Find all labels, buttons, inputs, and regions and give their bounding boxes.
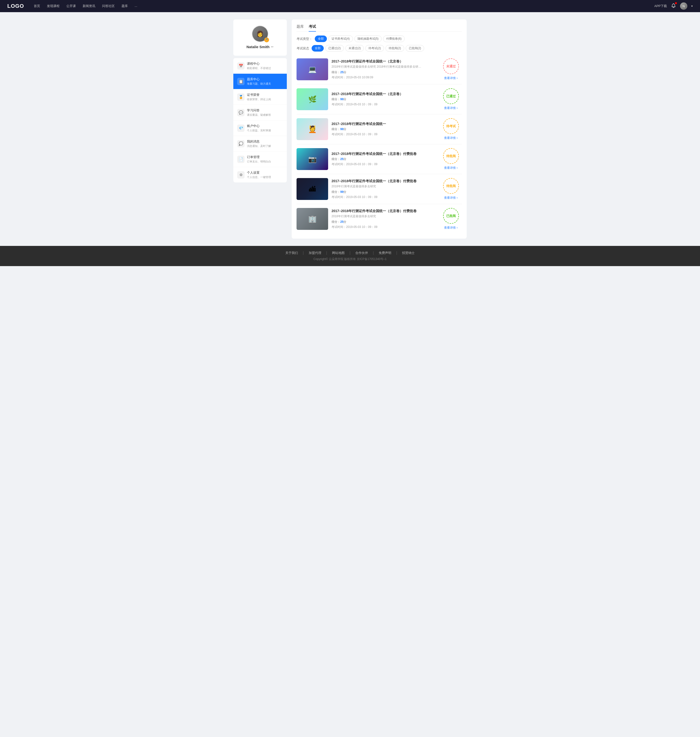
exam-right-5: 待批阅 查看详情 ›: [440, 178, 462, 200]
footer-links: 关于我们|加盟代理|网站地图|合作伙伴|免费声明|招贤纳士: [5, 251, 695, 255]
exam-score-value-5: 99: [340, 190, 343, 194]
sidebar-item-settings[interactable]: ⚙ 个人设置 个人信息、一键管理: [233, 167, 287, 183]
exam-time-1: 考试时间：2019-05-03 10:09:09: [331, 75, 437, 80]
sidebar-item-question-center[interactable]: 📋 题库中心 海量习题、助力通关: [233, 74, 287, 89]
sidebar-item-certificate[interactable]: 🏅 证书荣誉 收获荣誉、持证上岗: [233, 89, 287, 105]
notification-bell[interactable]: [671, 3, 676, 9]
profile-edit-icon[interactable]: ✏: [271, 45, 274, 49]
exam-thumb-inner-5: 🏙: [297, 178, 328, 200]
exam-score-value-1: 25: [340, 71, 343, 74]
content-area: 题库考试 考试类型： 全部证书类考试(4)随机抽题考试(5)付费批卷(6) 考试…: [292, 19, 467, 239]
sidebar-icon-question-center: 📋: [237, 78, 244, 85]
sidebar-icon-course-center: 📅: [237, 62, 244, 69]
exam-type-filter-random[interactable]: 随机抽题考试(5): [354, 35, 382, 42]
sidebar-text-course-center: 课程中心 精彩课程、不容错过: [247, 62, 283, 70]
exam-title-1: 2017–2018年行测证件考试全国统一（北京卷）: [331, 59, 437, 64]
exam-detail-link-6[interactable]: 查看详情 ›: [444, 226, 457, 230]
tab-exam[interactable]: 考试: [309, 24, 316, 31]
exam-desc-6: 2018年行测考试是最值得多去研究: [331, 214, 424, 218]
logo: LOGO: [7, 3, 24, 9]
exam-type-label: 考试类型：: [297, 37, 312, 41]
exam-desc-1: 2018年行测考试是最值得多去研究 2018年行测考试是最值得多去研究 2018…: [331, 65, 424, 69]
sidebar-sub-qa: 课后重温、疑难解答: [247, 113, 283, 117]
exam-score-5: 得分：99分: [331, 190, 437, 194]
exam-status-badge-4: 待批阅: [443, 148, 459, 164]
exam-score-value-3: 99: [340, 127, 343, 131]
user-avatar[interactable]: N: [680, 3, 687, 10]
exam-right-3: 待考试 查看详情 ›: [440, 118, 462, 140]
exam-status-filter-failed[interactable]: 未通过(2): [346, 45, 364, 52]
exam-time-3: 考试时间：2019-05-03 10：09：09: [331, 132, 437, 136]
sidebar-item-orders[interactable]: 📄 订单管理 订单支出、明明白白: [233, 152, 287, 167]
exam-status-filter-reviewed[interactable]: 已批阅(2): [406, 45, 424, 52]
sidebar-sub-certificate: 收获荣誉、持证上岗: [247, 97, 283, 101]
exam-time-2: 考试时间：2019-05-03 10：09：09: [331, 102, 437, 106]
exam-status-filter-all[interactable]: 全部: [312, 45, 324, 52]
exam-right-2: 已通过 查看详情 ›: [440, 88, 462, 110]
exam-status-badge-6: 已批阅: [443, 208, 459, 224]
exam-thumb-3: 💆: [297, 118, 328, 140]
footer-link-3[interactable]: 合作伙伴: [355, 251, 368, 255]
sidebar: 👩 🏅 Natalie Smith ✏ 📅 课程中心 精彩课程、不容错过 📋 题…: [233, 19, 287, 239]
nav-link[interactable]: ...: [135, 4, 137, 8]
exam-detail-link-3[interactable]: 查看详情 ›: [444, 136, 457, 140]
exam-type-filter-row: 考试类型： 全部证书类考试(4)随机抽题考试(5)付费批卷(6): [297, 35, 462, 42]
footer-link-0[interactable]: 关于我们: [285, 251, 298, 255]
sidebar-item-messages[interactable]: 💭 我的消息 消息通知、及时了解: [233, 136, 287, 152]
sidebar-item-qa[interactable]: 💬 学习问答 课后重温、疑难解答: [233, 105, 287, 120]
exam-item-4: 📷 2017–2018年行测证件考试全国统一（北京卷）付费批卷 得分：25分 考…: [297, 144, 462, 174]
exam-detail-link-1[interactable]: 查看详情 ›: [444, 76, 457, 80]
sidebar-sub-settings: 个人信息、一键管理: [247, 175, 283, 179]
sidebar-text-question-center: 题库中心 海量习题、助力通关: [247, 77, 283, 85]
profile-name-row: Natalie Smith ✏: [237, 45, 283, 49]
exam-thumb-inner-3: 💆: [297, 118, 328, 140]
exam-type-filter-certificate[interactable]: 证书类考试(4): [328, 35, 353, 42]
profile-badge-icon: 🏅: [264, 37, 269, 42]
exam-detail-link-4[interactable]: 查看详情 ›: [444, 166, 457, 170]
sidebar-item-account[interactable]: 💎 账户中心 个人权益、实时掌握: [233, 120, 287, 136]
sidebar-icon-settings: ⚙: [237, 171, 244, 178]
footer-link-2[interactable]: 网站地图: [332, 251, 345, 255]
nav-link[interactable]: 公开课: [66, 4, 76, 8]
tab-question-bank[interactable]: 题库: [297, 24, 304, 31]
app-download-link[interactable]: APP下载: [654, 4, 667, 8]
exam-score-2: 得分：99分: [331, 97, 437, 102]
main-container: 👩 🏅 Natalie Smith ✏ 📅 课程中心 精彩课程、不容错过 📋 题…: [228, 12, 472, 246]
nav-link[interactable]: 首页: [34, 4, 40, 8]
sidebar-item-course-center[interactable]: 📅 课程中心 精彩课程、不容错过: [233, 58, 287, 74]
footer-link-5[interactable]: 招贤纳士: [402, 251, 415, 255]
exam-status-filter-pending[interactable]: 待考试(2): [365, 45, 384, 52]
exam-title-4: 2017–2018年行测证件考试全国统一（北京卷）付费批卷: [331, 152, 437, 156]
sidebar-title-course-center: 课程中心: [247, 62, 283, 66]
exam-thumb-5: 🏙: [297, 178, 328, 200]
nav-link[interactable]: 题库: [122, 4, 128, 8]
sidebar-text-certificate: 证书荣誉 收获荣誉、持证上岗: [247, 93, 283, 101]
sidebar-title-messages: 我的消息: [247, 139, 283, 144]
exam-type-filter-all[interactable]: 全部: [315, 35, 327, 42]
footer-link-1[interactable]: 加盟代理: [309, 251, 321, 255]
nav-link[interactable]: 新闻资讯: [82, 4, 95, 8]
user-menu-chevron[interactable]: ▾: [691, 4, 693, 8]
exam-item-5: 🏙 2017–2018年行测证件考试全国统一（北京卷）付费批卷 2018年行测考…: [297, 174, 462, 204]
exam-status-filter-passed[interactable]: 已通过(2): [325, 45, 344, 52]
notification-badge: [675, 2, 677, 4]
exam-time-6: 考试时间：2019-05-03 10：09：09: [331, 225, 437, 229]
nav-links: 首页发现课程公开课新闻资讯问答社区题库...: [34, 4, 654, 8]
exam-detail-link-5[interactable]: 查看详情 ›: [444, 196, 457, 200]
footer-link-4[interactable]: 免费声明: [379, 251, 391, 255]
exam-right-1: 未通过 查看详情 ›: [440, 58, 462, 80]
exam-list: 💻 2017–2018年行测证件考试全国统一（北京卷） 2018年行测考试是最值…: [297, 55, 462, 234]
sidebar-profile: 👩 🏅 Natalie Smith ✏: [233, 19, 287, 56]
exam-score-4: 得分：25分: [331, 157, 437, 161]
navbar-right: APP下载 N ▾: [654, 3, 693, 10]
nav-link[interactable]: 发现课程: [47, 4, 60, 8]
exam-type-filter-paid[interactable]: 付费批卷(6): [383, 35, 405, 42]
sidebar-sub-question-center: 海量习题、助力通关: [247, 82, 283, 85]
nav-link[interactable]: 问答社区: [102, 4, 115, 8]
sidebar-sub-orders: 订单支出、明明白白: [247, 160, 283, 164]
exam-desc-5: 2018年行测考试是最值得多去研究: [331, 184, 424, 189]
exam-detail-link-2[interactable]: 查看详情 ›: [444, 106, 457, 110]
footer-separator-4: |: [396, 251, 397, 255]
sidebar-sub-course-center: 精彩课程、不容错过: [247, 66, 283, 70]
exam-status-filter-pending-review[interactable]: 待批阅(2): [385, 45, 404, 52]
